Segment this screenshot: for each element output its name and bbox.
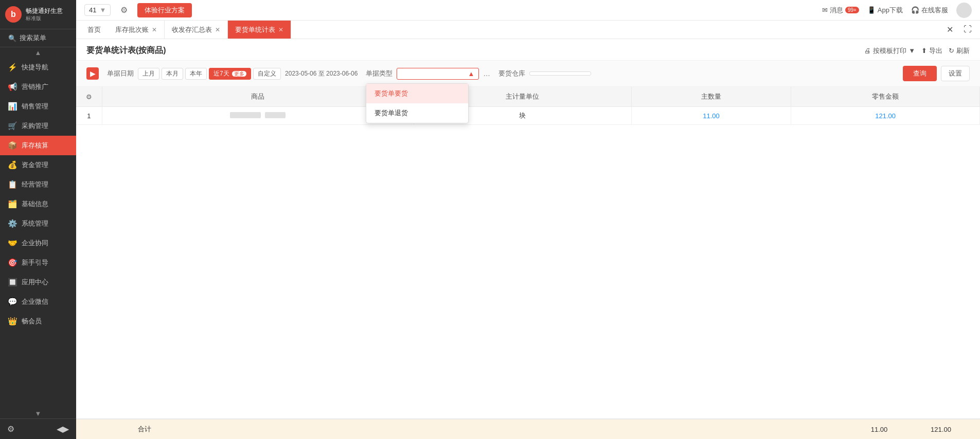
- main-content: 41 ▼ ⚙ 体验行业方案 ✉ 消息 99+ 📱 App下载 🎧 在线客服: [76, 0, 980, 439]
- warehouse-select[interactable]: [529, 71, 591, 76]
- marketing-icon: 📢: [7, 82, 17, 92]
- store-name: 41: [89, 6, 96, 14]
- guide-icon: 🎯: [7, 258, 17, 267]
- filter-action-buttons: 查询 设置: [903, 66, 970, 81]
- row-quantity: 11.00: [631, 107, 791, 125]
- date-range-display: 2023-05-06 至 2023-06-06: [285, 69, 358, 78]
- sidebar-item-appstore[interactable]: 🔲 应用中心: [0, 272, 76, 292]
- tab-close-receipts[interactable]: ✕: [215, 26, 220, 33]
- table-gear-icon[interactable]: ⚙: [86, 93, 92, 101]
- inventory-icon: 📦: [7, 141, 17, 150]
- more-filters-button[interactable]: ...: [483, 69, 490, 78]
- app-download-action[interactable]: 📱 App下载: [867, 6, 903, 15]
- store-dropdown-arrow: ▼: [99, 6, 106, 14]
- data-table: ⚙ 商品 主计量单位 主数量 零售金额 1: [76, 87, 980, 125]
- date-filter-group: 单据日期 上月 本月 本年 近7天 更多 自定义 2023-05-06 至 20…: [107, 68, 358, 80]
- summary-label: 合计: [84, 425, 151, 434]
- custom-date-btn[interactable]: 自定义: [253, 68, 281, 80]
- type-filter-label: 单据类型: [366, 69, 393, 78]
- this-month-btn[interactable]: 本月: [162, 68, 183, 80]
- sidebar-item-wechat[interactable]: 💬 企业微信: [0, 292, 76, 312]
- query-button[interactable]: 查询: [903, 66, 937, 81]
- operations-icon: 📋: [7, 180, 17, 189]
- header-gear-button[interactable]: ⚙: [117, 3, 131, 17]
- tab-receipts-summary[interactable]: 收发存汇总表 ✕: [165, 21, 228, 39]
- summary-quantity: 11.00: [848, 426, 910, 433]
- logo-icon: b: [5, 6, 22, 23]
- scroll-top[interactable]: ▲: [0, 47, 76, 58]
- sidebar-item-finance[interactable]: 💰 资金管理: [0, 155, 76, 175]
- quick-nav-icon: ⚡: [7, 63, 17, 72]
- row-index: 1: [76, 107, 102, 125]
- basic-icon: 🗂️: [7, 199, 17, 209]
- sales-icon: 📊: [7, 102, 17, 111]
- sidebar-item-system[interactable]: ⚙️ 系统管理: [0, 214, 76, 233]
- summary-amount: 121.00: [910, 426, 972, 433]
- sidebar-item-basic[interactable]: 🗂️ 基础信息: [0, 194, 76, 214]
- store-selector[interactable]: 41 ▼: [84, 4, 111, 16]
- app-title: 畅捷通好生意: [26, 7, 63, 15]
- service-label: 在线客服: [921, 6, 948, 15]
- dropdown-order-goods[interactable]: 要货单要货: [366, 84, 468, 103]
- tab-close-order[interactable]: ✕: [278, 26, 283, 33]
- search-menu[interactable]: 🔍 搜索菜单: [0, 29, 76, 47]
- sidebar-item-enterprise[interactable]: 🤝 企业协同: [0, 233, 76, 253]
- download-icon: 📱: [867, 6, 876, 14]
- sidebar-nav: ⚡ 快捷导航 📢 营销推广 📊 销售管理 🛒 采购管理 📦 库存核算 💰 资金管…: [0, 58, 76, 408]
- wechat-icon: 💬: [7, 297, 17, 306]
- tab-order-summary[interactable]: 要货单统计表 ✕: [228, 21, 291, 39]
- sidebar-item-purchase[interactable]: 🛒 采购管理: [0, 116, 76, 136]
- type-select[interactable]: ▲: [397, 68, 479, 80]
- th-settings[interactable]: ⚙: [76, 87, 102, 107]
- header-right: ✉ 消息 99+ 📱 App下载 🎧 在线客服: [822, 3, 972, 18]
- trial-button[interactable]: 体验行业方案: [137, 3, 192, 17]
- last-month-btn[interactable]: 上月: [138, 68, 159, 80]
- warehouse-filter-label: 要货仓库: [498, 69, 525, 78]
- sidebar-item-guide[interactable]: 🎯 新手引导: [0, 253, 76, 272]
- print-button[interactable]: 🖨 按模板打印 ▼: [864, 46, 915, 56]
- export-icon: ⬆: [921, 47, 927, 54]
- online-service-action[interactable]: 🎧 在线客服: [911, 6, 948, 15]
- user-avatar[interactable]: [956, 3, 972, 18]
- message-action[interactable]: ✉ 消息 99+: [822, 6, 859, 15]
- message-icon: ✉: [822, 6, 828, 14]
- tab-expand[interactable]: ⛶: [959, 24, 976, 35]
- scroll-bottom[interactable]: ▼: [0, 408, 76, 418]
- tab-close-batch[interactable]: ✕: [152, 26, 157, 33]
- sidebar-item-marketing[interactable]: 📢 营销推广: [0, 77, 76, 97]
- date-filter-label: 单据日期: [107, 69, 134, 78]
- tab-home[interactable]: 首页: [80, 22, 108, 38]
- sidebar-item-sales[interactable]: 📊 销售管理: [0, 97, 76, 116]
- page-title: 要货单统计表(按商品): [86, 45, 166, 56]
- print-dropdown-icon: ▼: [908, 47, 915, 54]
- sidebar-item-operations[interactable]: 📋 经营管理: [0, 175, 76, 194]
- bottom-settings-icon[interactable]: ⚙: [7, 424, 14, 434]
- page-header: 要货单统计表(按商品) 🖨 按模板打印 ▼ ⬆ 导出 ↻ 刷新: [76, 39, 980, 61]
- sidebar-item-inventory[interactable]: 📦 库存核算: [0, 136, 76, 155]
- page-content: 要货单统计表(按商品) 🖨 按模板打印 ▼ ⬆ 导出 ↻ 刷新 ▶: [76, 39, 980, 439]
- filter-expand-button[interactable]: ▶: [86, 67, 99, 80]
- refresh-button[interactable]: ↻ 刷新: [949, 46, 970, 56]
- enterprise-icon: 🤝: [7, 239, 17, 248]
- th-amount: 零售金额: [791, 87, 980, 107]
- filter-bar: ▶ 单据日期 上月 本月 本年 近7天 更多 自定义 2023-05-06 至 …: [76, 61, 980, 87]
- date-buttons: 上月 本月 本年 近7天 更多 自定义: [138, 68, 281, 80]
- this-year-btn[interactable]: 本年: [185, 68, 207, 80]
- tab-batch-account[interactable]: 库存批次账 ✕: [108, 21, 165, 39]
- message-badge: 99+: [845, 7, 859, 13]
- header-left: 41 ▼ ⚙ 体验行业方案: [84, 3, 192, 17]
- sidebar-item-member[interactable]: 👑 畅会员: [0, 312, 76, 331]
- tab-close-all[interactable]: ✕: [942, 24, 957, 35]
- last-7days-btn[interactable]: 近7天 更多: [209, 68, 251, 80]
- app-download-label: App下载: [878, 6, 903, 15]
- search-label: 搜索菜单: [20, 33, 46, 43]
- search-icon: 🔍: [8, 34, 16, 42]
- th-quantity: 主数量: [631, 87, 791, 107]
- message-label: 消息: [830, 6, 843, 15]
- sidebar: b 畅捷通好生意 标准版 🔍 搜索菜单 ▲ ⚡ 快捷导航 📢 营销推广 📊 销售…: [0, 0, 76, 439]
- sidebar-collapse-icon[interactable]: ◀▶: [57, 424, 69, 434]
- sidebar-item-quick-nav[interactable]: ⚡ 快捷导航: [0, 58, 76, 77]
- export-button[interactable]: ⬆ 导出: [921, 46, 942, 56]
- dropdown-order-return[interactable]: 要货单退货: [366, 103, 468, 123]
- settings-button[interactable]: 设置: [941, 66, 970, 81]
